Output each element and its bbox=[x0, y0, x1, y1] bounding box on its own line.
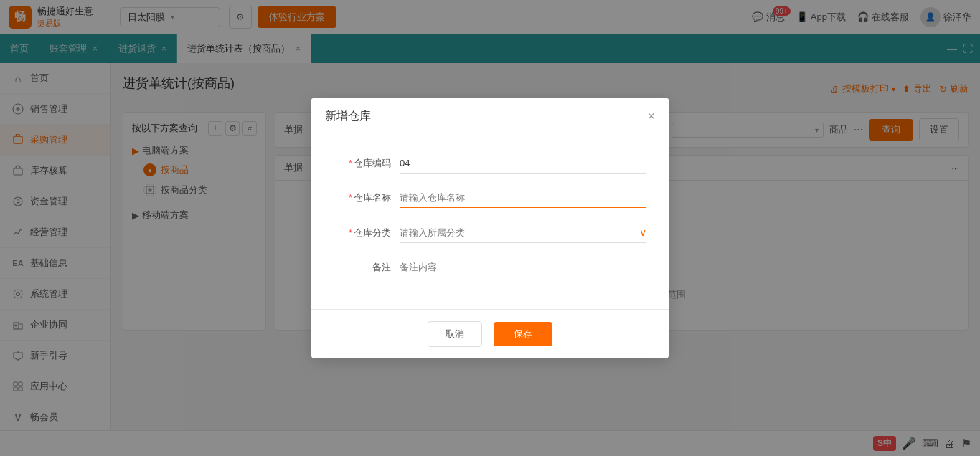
modal-title: 新增仓库 bbox=[325, 109, 371, 124]
form-row-category: 仓库分类 ∨ bbox=[334, 222, 646, 243]
modal-close-button[interactable]: × bbox=[647, 109, 655, 124]
field-name-label: 仓库名称 bbox=[334, 191, 391, 204]
modal-footer: 取消 保存 bbox=[311, 309, 669, 358]
cancel-button[interactable]: 取消 bbox=[428, 321, 482, 347]
modal-body: 仓库编码 仓库名称 仓库分类 ∨ 备注 bbox=[311, 136, 669, 309]
modal-header: 新增仓库 × bbox=[311, 98, 669, 136]
warehouse-name-input[interactable] bbox=[400, 188, 646, 208]
warehouse-code-input[interactable] bbox=[400, 153, 646, 174]
save-button[interactable]: 保存 bbox=[494, 322, 552, 346]
form-row-remark: 备注 bbox=[334, 257, 646, 277]
field-code-label: 仓库编码 bbox=[334, 157, 391, 170]
warehouse-category-select[interactable]: ∨ bbox=[400, 222, 646, 243]
form-row-name: 仓库名称 bbox=[334, 188, 646, 208]
field-category-label: 仓库分类 bbox=[334, 227, 391, 239]
form-row-code: 仓库编码 bbox=[334, 153, 646, 174]
modal-overlay[interactable]: 新增仓库 × 仓库编码 仓库名称 仓库分类 ∨ bbox=[0, 0, 980, 456]
modal-add-warehouse: 新增仓库 × 仓库编码 仓库名称 仓库分类 ∨ bbox=[311, 98, 669, 358]
category-input[interactable] bbox=[400, 227, 636, 238]
field-remark-label: 备注 bbox=[334, 261, 391, 274]
chevron-down-icon: ∨ bbox=[639, 227, 646, 238]
warehouse-remark-input[interactable] bbox=[400, 257, 646, 277]
